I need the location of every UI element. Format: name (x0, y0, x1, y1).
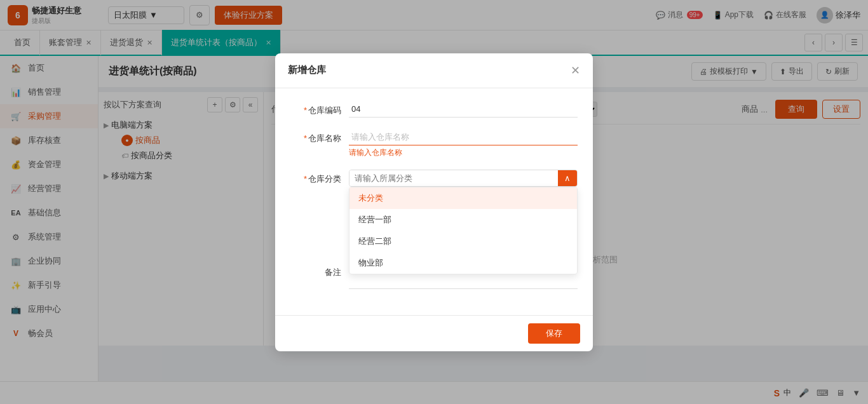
modal-title: 新增仓库 (288, 64, 326, 76)
warehouse-category-input[interactable] (349, 170, 558, 186)
warehouse-name-label: *仓库名称 (290, 129, 341, 144)
warehouse-code-label: *仓库编码 (290, 101, 341, 116)
warehouse-name-input[interactable] (349, 129, 578, 145)
warehouse-code-input-wrap (349, 101, 578, 118)
form-row-code: *仓库编码 (290, 101, 578, 118)
form-row-category: *仓库分类 ∧ 未分类 经营一部 经营二部 物业部 (290, 170, 578, 187)
dropdown-item-dept3[interactable]: 物业部 (349, 252, 577, 274)
modal-close-button[interactable]: ✕ (571, 64, 580, 77)
warehouse-modal: 新增仓库 ✕ *仓库编码 *仓库名称 请输入仓库名称 (275, 53, 593, 351)
form-row-name: *仓库名称 请输入仓库名称 (290, 129, 578, 158)
category-dropdown: 未分类 经营一部 经营二部 物业部 (349, 187, 578, 274)
dropdown-item-dept1[interactable]: 经营一部 (349, 209, 577, 231)
warehouse-code-input[interactable] (349, 101, 578, 118)
category-combo: ∧ (349, 170, 578, 187)
warehouse-category-input-wrap: ∧ 未分类 经营一部 经营二部 物业部 (349, 170, 578, 187)
modal-body: *仓库编码 *仓库名称 请输入仓库名称 *仓库分类 (275, 88, 593, 315)
warehouse-name-input-wrap: 请输入仓库名称 (349, 129, 578, 158)
category-arrow-button[interactable]: ∧ (558, 170, 577, 186)
note-label: 备注 (290, 263, 341, 278)
modal-header: 新增仓库 ✕ (275, 53, 593, 88)
modal-footer: 保存 (275, 315, 593, 351)
dropdown-item-dept2[interactable]: 经营二部 (349, 231, 577, 252)
save-button[interactable]: 保存 (528, 323, 580, 344)
dropdown-item-uncategorized[interactable]: 未分类 (349, 187, 577, 209)
warehouse-category-label: *仓库分类 (290, 170, 341, 185)
warehouse-name-error: 请输入仓库名称 (349, 147, 578, 158)
modal-overlay: 新增仓库 ✕ *仓库编码 *仓库名称 请输入仓库名称 (0, 0, 868, 404)
